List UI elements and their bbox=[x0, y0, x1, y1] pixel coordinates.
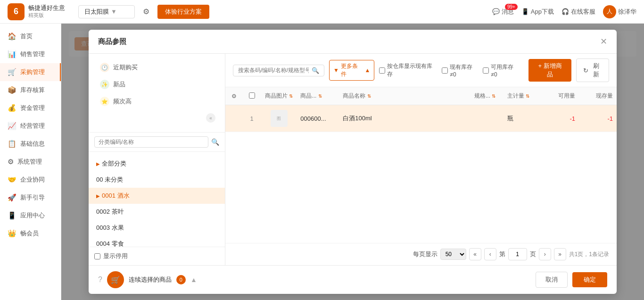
sidebar-item-operations[interactable]: 📈 经营管理 bbox=[0, 117, 61, 135]
table-row[interactable]: 1 图 000600... bbox=[225, 105, 617, 132]
sidebar-item-guide[interactable]: 🚀 新手引导 bbox=[0, 189, 61, 207]
footer-collapse-icon[interactable]: ▲ bbox=[190, 276, 197, 283]
per-page-select[interactable]: 50 100 200 bbox=[440, 249, 466, 260]
quick-filter-new[interactable]: ✨ 新品 bbox=[94, 76, 219, 92]
category-0001[interactable]: ▶ 0001 酒水 bbox=[89, 188, 225, 204]
modal-footer: ? 🛒 连续选择的商品 0 ▲ 取消 确定 bbox=[89, 265, 617, 294]
sidebar-item-member[interactable]: 👑 畅会员 bbox=[0, 225, 61, 242]
top-nav: 6 畅捷通好生意 精英版 日太阳膜 ▼ ⚙ 体验行业方案 💬 消息 99+ 📱 … bbox=[0, 0, 644, 24]
first-page-button[interactable]: « bbox=[469, 248, 481, 260]
category-all[interactable]: ▶ 全部分类 bbox=[89, 156, 225, 172]
sidebar-item-basic[interactable]: 📋 基础信息 bbox=[0, 135, 61, 153]
modal-close-button[interactable]: ✕ bbox=[600, 36, 607, 47]
user-menu[interactable]: 人 徐泽华 bbox=[603, 5, 636, 18]
cart-icon[interactable]: 🛒 bbox=[107, 271, 124, 288]
pagination-bar: 每页显示 50 100 200 « ‹ 第 页 › bbox=[225, 243, 617, 265]
recent-icon: 🕐 bbox=[100, 63, 109, 72]
sidebar-item-apps[interactable]: 📱 应用中心 bbox=[0, 207, 61, 225]
apps-icon: 📱 bbox=[8, 211, 17, 220]
logo-icon: 6 bbox=[8, 3, 25, 20]
branch-selector[interactable]: 日太阳膜 ▼ bbox=[78, 5, 135, 18]
app-download-item[interactable]: 📱 App下载 bbox=[521, 8, 554, 16]
page-number-input[interactable] bbox=[508, 248, 527, 260]
refresh-button[interactable]: ↻ 刷新 bbox=[576, 58, 609, 82]
th-checkbox[interactable] bbox=[242, 87, 261, 105]
sidebar-item-home[interactable]: 🏠 首页 bbox=[0, 27, 61, 45]
online-service-item[interactable]: 🎧 在线客服 bbox=[561, 8, 595, 16]
quick-filter-frequent[interactable]: ⭐ 频次高 bbox=[94, 93, 219, 109]
settings-icon[interactable]: ⚙ bbox=[139, 4, 154, 19]
operations-icon: 📈 bbox=[8, 122, 17, 130]
sort-spec-icon[interactable]: ⇅ bbox=[492, 93, 495, 99]
usable-filter-checkbox[interactable] bbox=[483, 67, 489, 74]
more-filter-button[interactable]: ▼ 更多条件 ▲ bbox=[329, 60, 374, 81]
last-page-button[interactable]: » bbox=[554, 248, 566, 260]
sidebar-item-system[interactable]: ⚙ 系统管理 bbox=[0, 153, 61, 171]
th-name: 商品名称 ⇅ bbox=[339, 87, 471, 105]
warehouse-filter-label[interactable]: 按仓库显示现有库存 bbox=[379, 62, 437, 78]
page-label: 第 bbox=[499, 250, 505, 258]
filter-icon: ▼ bbox=[333, 67, 339, 74]
selected-count: 0 bbox=[176, 275, 186, 284]
next-page-button[interactable]: › bbox=[539, 248, 551, 260]
category-0002[interactable]: 0002 茶叶 bbox=[89, 204, 225, 220]
show-disabled-checkbox[interactable] bbox=[94, 253, 100, 259]
sidebar-item-purchase[interactable]: 🛒 采购管理 bbox=[0, 63, 61, 81]
basic-icon: 📋 bbox=[8, 140, 17, 148]
sort-code-icon[interactable]: ⇅ bbox=[318, 93, 322, 99]
logo-area: 6 畅捷通好生意 精英版 bbox=[8, 3, 69, 20]
show-disabled-label[interactable]: 显示停用 bbox=[103, 252, 128, 260]
cooperation-icon: 🤝 bbox=[8, 175, 17, 184]
sidebar-item-finance[interactable]: 💰 资金管理 bbox=[0, 99, 61, 117]
logo-sub: 精英版 bbox=[28, 12, 65, 19]
select-all-checkbox[interactable] bbox=[249, 92, 255, 99]
available-filter-label[interactable]: 现有库存≠0 bbox=[442, 63, 478, 78]
category-search-bar: 🔍 bbox=[89, 133, 225, 152]
sidebar-item-cooperation[interactable]: 🤝 企业协同 bbox=[0, 171, 61, 189]
per-page-label: 每页显示 bbox=[413, 250, 438, 258]
collapse-left-panel-button[interactable]: « bbox=[206, 113, 215, 123]
main-layout: 🏠 首页 📊 销售管理 🛒 采购管理 📦 库存核算 💰 资金管理 📈 经营管理 … bbox=[0, 24, 644, 300]
new-product-icon: ✨ bbox=[100, 80, 109, 89]
headset-icon: 🎧 bbox=[561, 8, 569, 15]
table-header-row: ⚙ 商品图片 ⇅ bbox=[225, 87, 617, 105]
category-00[interactable]: 00 未分类 bbox=[89, 172, 225, 188]
product-search-icon[interactable]: 🔍 bbox=[312, 67, 319, 74]
category-search-icon[interactable]: 🔍 bbox=[211, 138, 219, 146]
system-icon: ⚙ bbox=[8, 158, 14, 166]
sidebar-item-sales[interactable]: 📊 销售管理 bbox=[0, 45, 61, 63]
td-stock: -1 bbox=[579, 105, 617, 132]
usable-filter-label[interactable]: 可用库存≠0 bbox=[483, 63, 519, 78]
help-icon[interactable]: ? bbox=[98, 275, 102, 284]
category-0004[interactable]: 0004 零食 bbox=[89, 236, 225, 247]
add-product-button[interactable]: + 新增商品 bbox=[528, 59, 571, 82]
modal-overlay: 商品参照 ✕ 🕐 近期购买 bbox=[61, 24, 644, 300]
sort-unit-icon[interactable]: ⇅ bbox=[526, 93, 529, 99]
sort-image-icon[interactable]: ⇅ bbox=[289, 93, 293, 99]
sidebar-item-inventory[interactable]: 📦 库存核算 bbox=[0, 81, 61, 99]
logo-text: 畅捷通好生意 bbox=[28, 4, 65, 12]
available-filter-checkbox[interactable] bbox=[442, 67, 448, 74]
warehouse-filter-checkbox[interactable] bbox=[379, 67, 385, 74]
product-search-input[interactable] bbox=[238, 67, 309, 74]
confirm-button[interactable]: 确定 bbox=[572, 272, 607, 287]
th-settings[interactable]: ⚙ bbox=[225, 87, 242, 105]
avatar: 人 bbox=[603, 5, 616, 18]
modal-left-panel: 🕐 近期购买 ✨ 新品 ⭐ 频次高 bbox=[89, 54, 225, 265]
category-search-input[interactable] bbox=[94, 136, 208, 148]
sort-name-icon[interactable]: ⇅ bbox=[367, 93, 371, 99]
message-badge: 99+ bbox=[505, 4, 518, 10]
quick-filter-recent[interactable]: 🕐 近期购买 bbox=[94, 59, 219, 75]
category-0003[interactable]: 0003 水果 bbox=[89, 220, 225, 236]
prev-page-button[interactable]: ‹ bbox=[484, 248, 496, 260]
expand-icon: ▶ bbox=[96, 161, 100, 167]
try-industry-button[interactable]: 体验行业方案 bbox=[157, 5, 209, 19]
td-available: -1 bbox=[541, 105, 579, 132]
modal-right-panel: 🔍 ▼ 更多条件 ▲ 按仓库显示现有库存 bbox=[225, 54, 617, 265]
messages-item[interactable]: 💬 消息 99+ bbox=[492, 8, 514, 16]
page-content: 查询 设置 C 刷新 商品参照 ✕ bbox=[61, 24, 644, 300]
chevron-down-icon: ▼ bbox=[111, 8, 117, 15]
category-list: ▶ 全部分类 00 未分类 ▶ 0001 酒水 0002 茶 bbox=[89, 152, 225, 247]
td-unit: 瓶 bbox=[504, 105, 541, 132]
cancel-button[interactable]: 取消 bbox=[536, 272, 568, 288]
